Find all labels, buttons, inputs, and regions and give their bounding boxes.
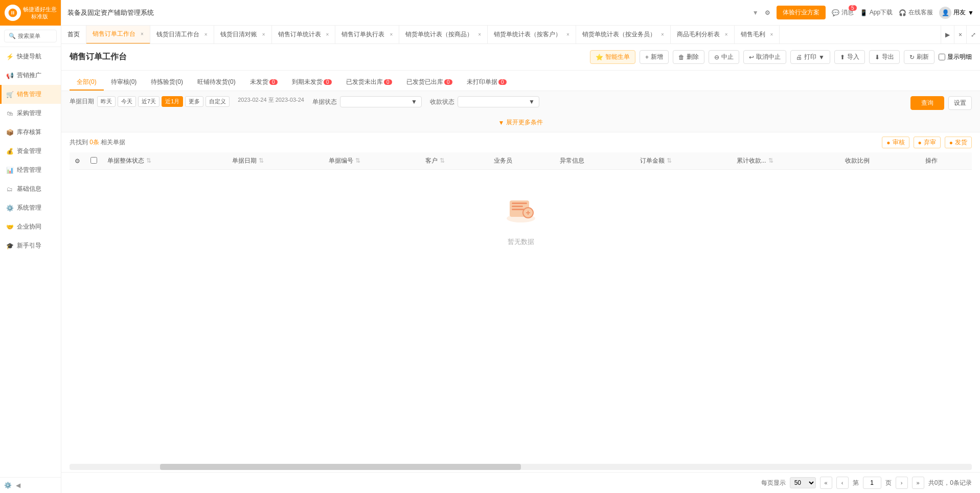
date-more-btn[interactable]: 更多 [185,96,203,107]
result-count: 0条 [89,139,99,146]
tab-close-sales-gross[interactable]: × [770,32,773,37]
date-7days-btn[interactable]: 近7天 [138,96,159,107]
sidebar-item-enterprise[interactable]: 🤝 企业协同 [0,217,61,236]
date-custom-btn[interactable]: 自定义 [206,96,230,107]
message-btn[interactable]: 💬 消息 5 [832,8,854,17]
tab-sales-order[interactable]: 销售订单工作台 × [86,26,150,44]
stop-btn[interactable]: ⊖ 中止 [709,50,739,64]
collapse-icon[interactable]: ◀ [16,482,20,489]
tab-profit-anal[interactable]: 商品毛利分析表 × [671,26,735,44]
sidebar-item-business[interactable]: 📊 经营管理 [0,161,61,180]
tab-close-sales-stat[interactable]: × [326,32,329,37]
tab-close-sales-exec[interactable]: × [390,32,393,37]
settings-icon[interactable]: ⚙️ [4,482,12,489]
ship-btn[interactable]: ● 发货 [945,137,972,148]
tab-sales-stat[interactable]: 销售订单统计表 × [272,26,336,44]
tab-daily-cash[interactable]: 钱货日清工作台 × [150,26,214,44]
enterprise-icon: 🤝 [6,223,14,231]
tab-close-daily-cash[interactable]: × [204,32,208,37]
table-col-collected: 累计收款...⇅ [732,152,840,170]
purchase-icon: 🛍 [6,109,14,118]
search-menu-btn[interactable]: 🔍 搜索菜单 [4,30,57,42]
experience-btn[interactable]: 体验行业方案 [777,6,826,19]
tab-sales-stat3[interactable]: 销货单统计表（按客户） × [488,26,576,44]
result-actions: ● 审核 ● 弃审 ● 发货 [882,137,972,148]
filter-tab-shipped-not-out[interactable]: 已发货未出库0 [339,75,399,91]
export-btn[interactable]: ⬇ 导出 [869,50,900,64]
filter-tab-not-printed[interactable]: 未打印单据0 [460,75,514,91]
filter-tab-all[interactable]: 全部(0) [70,75,104,91]
date-filter-group: 单据日期 昨天 今天 近7天 近1月 更多 自定义 [70,96,230,107]
delete-btn[interactable]: 🗑 删除 [673,50,704,64]
tab-maximize-btn[interactable]: ⤢ [966,26,980,44]
table-col-checkbox[interactable] [85,152,102,170]
online-service-btn[interactable]: 🎧 在线客服 [899,8,933,17]
sidebar-item-marketing[interactable]: 📢 营销推广 [0,66,61,85]
filter-settings-btn[interactable]: 设置 [948,96,972,110]
dropdown-arrow-icon: ▼ [753,9,759,16]
table-header-row: ⚙ 单据整体状态⇅ 单据日期⇅ 单据编号⇅ 客户⇅ 业务员 异常信息 订单金额⇅… [70,152,972,170]
sidebar-item-system[interactable]: ⚙️ 系统管理 [0,198,61,217]
app-download-btn[interactable]: 📱 App下载 [860,8,893,17]
date-today-btn[interactable]: 今天 [118,96,136,107]
review-btn[interactable]: ● 审核 [882,137,909,148]
date-month-btn[interactable]: 近1月 [162,96,183,107]
payment-select[interactable]: ▼ [458,96,539,107]
user-menu[interactable]: 👤 用友 ▼ [939,7,974,19]
empty-text: 暂无数据 [508,237,534,246]
horizontal-scrollbar[interactable] [70,464,972,470]
select-all-checkbox[interactable] [90,157,97,164]
filter-tab-not-shipped[interactable]: 未发货0 [243,75,285,91]
tab-sales-exec[interactable]: 销售订单执行表 × [335,26,399,44]
status-select[interactable]: ▼ [340,96,422,107]
new-btn[interactable]: + 新增 [640,50,669,64]
tab-close-cash-check[interactable]: × [262,32,265,37]
review-icon: ● [886,139,890,146]
filter-tab-expired[interactable]: 到期未发货0 [285,75,339,91]
tab-scroll-right-btn[interactable]: ▶ [941,26,954,44]
query-btn[interactable]: 查询 [910,96,944,110]
show-detail-label[interactable]: 显示明细 [939,53,972,61]
first-page-btn[interactable]: « [820,477,832,489]
filter-tab-pending-inspect[interactable]: 待拣验货(0) [144,75,190,91]
smart-create-btn[interactable]: ⭐ 智能生单 [590,50,635,64]
show-detail-checkbox[interactable] [939,54,945,60]
tab-close-sales-stat2[interactable]: × [478,32,481,37]
tab-sales-stat4[interactable]: 销货单统计表（按业务员） × [576,26,671,44]
print-btn[interactable]: 🖨 打印 ▼ [790,50,830,64]
cancel-stop-btn[interactable]: ↩ 取消中止 [743,50,786,64]
sidebar-item-sales[interactable]: 🛒 销售管理 [0,85,61,104]
tab-sales-stat2[interactable]: 销货单统计表（按商品） × [399,26,488,44]
cancel-review-btn[interactable]: ● 弃审 [914,137,941,148]
tab-close-all-btn[interactable]: × [954,26,966,44]
import-btn[interactable]: ⬆ 导入 [834,50,865,64]
tab-close-sales-stat3[interactable]: × [566,32,569,37]
prev-page-btn[interactable]: ‹ [836,477,849,489]
nav-icon: ⚡ [6,53,14,61]
sidebar-item-purchase[interactable]: 🛍 采购管理 [0,104,61,123]
date-yesterday-btn[interactable]: 昨天 [97,96,116,107]
settings-gear-icon[interactable]: ⚙ [765,9,770,16]
tab-cash-check[interactable]: 钱货日清对账 × [214,26,272,44]
tab-sales-gross[interactable]: 销售毛利 × [735,26,780,44]
page-input[interactable] [863,477,881,489]
filter-tab-pending[interactable]: 待审核(0) [104,75,144,91]
tab-close-sales-order[interactable]: × [141,31,144,37]
tab-close-sales-stat4[interactable]: × [661,32,664,37]
scrollbar-thumb[interactable] [160,464,521,470]
table-col-settings[interactable]: ⚙ [70,152,85,170]
per-page-select[interactable]: 10 20 50 100 [790,477,816,488]
sidebar-item-inventory[interactable]: 📦 库存核算 [0,123,61,142]
refresh-btn[interactable]: ↻ 刷新 [904,50,935,64]
last-page-btn[interactable]: » [912,477,924,489]
sidebar-item-finance[interactable]: 💰 资金管理 [0,142,61,161]
filter-tab-shipped-out[interactable]: 已发货已出库0 [399,75,460,91]
tab-home[interactable]: 首页 [61,26,86,44]
tab-close-profit-anal[interactable]: × [725,32,728,37]
sidebar-item-guide[interactable]: 🎓 新手引导 [0,236,61,255]
sidebar-item-quick-nav[interactable]: ⚡ 快捷导航 [0,47,61,66]
filter-tab-wangpu[interactable]: 旺铺待发货(0) [190,75,243,91]
sidebar-item-basic[interactable]: 🗂 基础信息 [0,180,61,198]
expand-filter-btn[interactable]: ▼ 展开更多条件 [498,118,543,127]
next-page-btn[interactable]: › [896,477,908,489]
